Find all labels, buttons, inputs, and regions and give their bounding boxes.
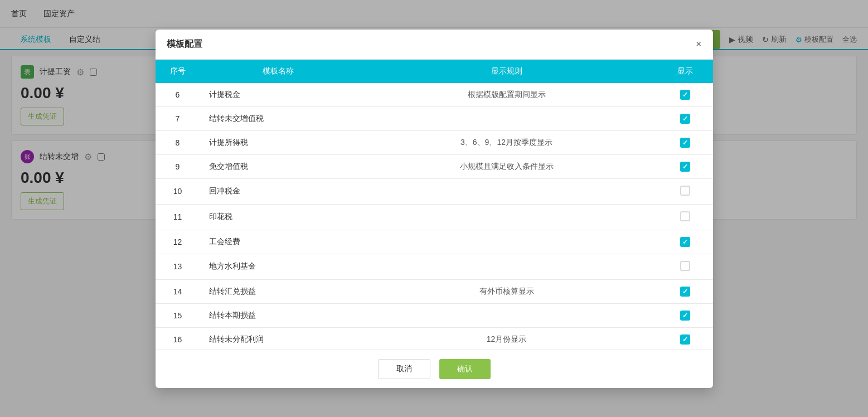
checkbox-13[interactable]	[680, 261, 690, 271]
cell-index: 10	[156, 178, 200, 204]
table-row: 9免交增值税小规模且满足收入条件显示	[156, 154, 713, 178]
cell-name: 结转未交增值税	[200, 106, 356, 130]
modal-footer: 取消 确认	[156, 350, 713, 388]
table-row: 16结转未分配利润12月份显示	[156, 327, 713, 350]
modal-title: 模板配置	[167, 38, 202, 50]
cell-index: 11	[156, 204, 200, 230]
cell-index: 14	[156, 279, 200, 303]
cell-rule: 小规模且满足收入条件显示	[356, 154, 657, 178]
cell-name: 计提税金	[200, 83, 356, 107]
cell-rule: 有外币核算显示	[356, 279, 657, 303]
checkbox-11[interactable]	[680, 211, 690, 221]
table-row: 15结转本期损益	[156, 303, 713, 327]
cell-checkbox[interactable]	[657, 254, 713, 279]
modal-body: 序号 模板名称 显示规则 显示 6计提税金根据模版配置期间显示7结转未交增值税8…	[156, 60, 713, 350]
table-row: 10回冲税金	[156, 178, 713, 204]
checkbox-16[interactable]	[680, 334, 690, 345]
cell-name: 免交增值税	[200, 154, 356, 178]
cell-index: 7	[156, 106, 200, 130]
cell-rule	[356, 204, 657, 230]
col-header-rule: 显示规则	[356, 60, 657, 83]
checkbox-9[interactable]	[680, 162, 690, 172]
cell-rule: 3、6、9、12月按季度显示	[356, 130, 657, 154]
cell-checkbox[interactable]	[657, 327, 713, 350]
checkbox-6[interactable]	[680, 90, 690, 100]
cell-checkbox[interactable]	[657, 130, 713, 154]
cell-index: 13	[156, 254, 200, 279]
table-header: 序号 模板名称 显示规则 显示	[156, 60, 713, 83]
cell-rule	[356, 106, 657, 130]
cell-checkbox[interactable]	[657, 279, 713, 303]
checkbox-7[interactable]	[680, 114, 690, 124]
cell-rule	[356, 303, 657, 327]
cell-name: 计提所得税	[200, 130, 356, 154]
table-body: 6计提税金根据模版配置期间显示7结转未交增值税8计提所得税3、6、9、12月按季…	[156, 83, 713, 350]
cell-index: 16	[156, 327, 200, 350]
cancel-button[interactable]: 取消	[378, 359, 430, 379]
checkbox-10[interactable]	[680, 186, 690, 196]
modal-overlay: 模板配置 × 序号 模板名称 显示规则 显示 6计提税金根据模版配置期间显示7结…	[0, 0, 868, 417]
cell-index: 12	[156, 230, 200, 254]
cell-name: 工会经费	[200, 230, 356, 254]
cell-checkbox[interactable]	[657, 303, 713, 327]
cell-rule: 12月份显示	[356, 327, 657, 350]
table-row: 12工会经费	[156, 230, 713, 254]
checkbox-8[interactable]	[680, 138, 690, 148]
table-row: 7结转未交增值税	[156, 106, 713, 130]
cell-checkbox[interactable]	[657, 178, 713, 204]
col-header-name: 模板名称	[200, 60, 356, 83]
checkbox-12[interactable]	[680, 237, 690, 247]
cell-checkbox[interactable]	[657, 83, 713, 107]
table-row: 6计提税金根据模版配置期间显示	[156, 83, 713, 107]
cell-index: 9	[156, 154, 200, 178]
table-row: 14结转汇兑损益有外币核算显示	[156, 279, 713, 303]
cell-rule	[356, 254, 657, 279]
cell-index: 8	[156, 130, 200, 154]
cell-rule: 根据模版配置期间显示	[356, 83, 657, 107]
cell-index: 6	[156, 83, 200, 107]
template-config-modal: 模板配置 × 序号 模板名称 显示规则 显示 6计提税金根据模版配置期间显示7结…	[156, 30, 713, 388]
close-button[interactable]: ×	[696, 39, 702, 49]
cell-name: 印花税	[200, 204, 356, 230]
checkbox-15[interactable]	[680, 311, 690, 321]
cell-name: 结转本期损益	[200, 303, 356, 327]
cell-rule	[356, 230, 657, 254]
cell-name: 结转未分配利润	[200, 327, 356, 350]
col-header-index: 序号	[156, 60, 200, 83]
cell-checkbox[interactable]	[657, 230, 713, 254]
cell-name: 回冲税金	[200, 178, 356, 204]
col-header-show: 显示	[657, 60, 713, 83]
config-table: 序号 模板名称 显示规则 显示 6计提税金根据模版配置期间显示7结转未交增值税8…	[156, 60, 713, 350]
table-row: 13地方水利基金	[156, 254, 713, 279]
cell-index: 15	[156, 303, 200, 327]
cell-checkbox[interactable]	[657, 204, 713, 230]
confirm-button[interactable]: 确认	[439, 359, 491, 379]
cell-name: 地方水利基金	[200, 254, 356, 279]
cell-name: 结转汇兑损益	[200, 279, 356, 303]
table-scroll-area[interactable]: 序号 模板名称 显示规则 显示 6计提税金根据模版配置期间显示7结转未交增值税8…	[156, 60, 713, 350]
modal-header: 模板配置 ×	[156, 30, 713, 60]
table-row: 11印花税	[156, 204, 713, 230]
cell-rule	[356, 178, 657, 204]
cell-checkbox[interactable]	[657, 106, 713, 130]
table-row: 8计提所得税3、6、9、12月按季度显示	[156, 130, 713, 154]
checkbox-14[interactable]	[680, 287, 690, 297]
cell-checkbox[interactable]	[657, 154, 713, 178]
